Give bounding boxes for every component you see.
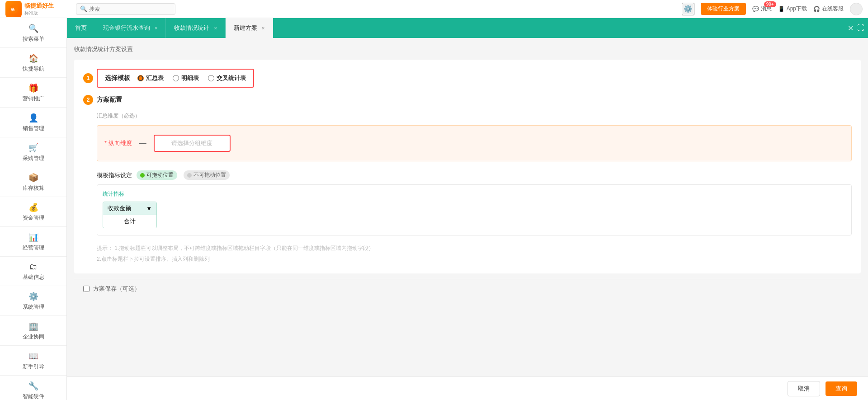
tab-new-plan-close[interactable]: × [262, 25, 264, 31]
arrow-icon: — [139, 139, 146, 147]
tab-cash-flow-label: 现金银行流水查询 [103, 24, 150, 32]
svg-text:畅: 畅 [11, 8, 14, 12]
message-badge: 99+ [764, 1, 776, 7]
metrics-header: 模板指标设定 可拖动位置 不可拖动位置 [97, 170, 852, 180]
chart-icon: 📊 [28, 232, 38, 242]
dimension-selector[interactable]: 请选择分组维度 [154, 135, 231, 152]
config-body: 汇总维度（必选） * 纵向维度 — 请选择分组维度 模板指 [97, 112, 852, 264]
radio-summary-input[interactable] [137, 75, 144, 81]
radio-summary-label: 汇总表 [146, 74, 164, 82]
tab-receipt-stats[interactable]: 收款情况统计 × [166, 18, 225, 38]
radio-summary[interactable]: 汇总表 [137, 74, 164, 82]
step1-num: 1 [83, 73, 93, 83]
sidebar-label-marketing: 营销推广 [23, 95, 44, 103]
tab-home[interactable]: 首页 [67, 18, 95, 38]
radio-detail-label: 明细表 [181, 74, 199, 82]
sidebar: 🔍 搜索菜单 🏠 快捷导航 🎁 营销推广 👤 销售管理 🛒 采购管理 📦 库存核… [0, 18, 67, 400]
search-menu-icon: 🔍 [28, 24, 38, 33]
close-window-icon[interactable]: ✕ [848, 24, 854, 33]
logo-subtitle: 标准版 [24, 10, 54, 16]
sidebar-label-quick: 快捷导航 [23, 65, 44, 73]
sidebar-label-hardware: 智能硬件 [23, 393, 44, 400]
gear-button[interactable]: ⚙️ [682, 3, 694, 15]
hint-1-text: 提示： 1.拖动标题栏可以调整布局，不可跨维度或指标区域拖动栏目字段（只能在同一… [97, 243, 374, 254]
metric-chip-row[interactable]: 收款金额 ▼ [103, 202, 156, 215]
support-label: 在线客服 [822, 5, 844, 13]
sidebar-item-purchase[interactable]: 🛒 采购管理 [0, 137, 66, 167]
message-button[interactable]: 💬 消息 99+ [752, 5, 772, 13]
step1-title-text: 选择模板 [105, 74, 130, 82]
sidebar-item-marketing[interactable]: 🎁 营销推广 [0, 78, 66, 108]
metrics-area: 统计指标 收款金额 ▼ 合计 [97, 184, 852, 235]
tab-home-label: 首页 [75, 24, 87, 32]
support-icon: 🎧 [813, 6, 820, 12]
sidebar-item-hardware[interactable]: 🔧 智能硬件 [0, 376, 66, 400]
maximize-icon[interactable]: ⛶ [857, 24, 864, 32]
logo-title: 畅捷通好生 [24, 2, 54, 10]
tab-cash-flow-close[interactable]: × [155, 25, 157, 31]
top-bar: 畅 畅捷通好生 标准版 🔍 ⚙️ 体验行业方案 💬 消息 99+ 📱 App下载… [0, 0, 868, 18]
support-button[interactable]: 🎧 在线客服 [813, 5, 844, 13]
fixed-label: 不可拖动位置 [193, 171, 226, 179]
try-industry-button[interactable]: 体验行业方案 [701, 3, 746, 15]
message-icon: 💬 [752, 6, 759, 12]
step1-header: 1 选择模板 汇总表 [83, 69, 852, 88]
movable-dot [140, 173, 145, 178]
tab-receipt-stats-label: 收款情况统计 [174, 24, 209, 32]
sidebar-label-guide: 新手引导 [23, 363, 44, 371]
folder-icon: 🗂 [29, 262, 38, 272]
tab-new-plan[interactable]: 新建方案 × [226, 18, 273, 38]
sidebar-item-operations[interactable]: 📊 经营管理 [0, 227, 66, 257]
sidebar-item-basic[interactable]: 🗂 基础信息 [0, 257, 66, 286]
download-button[interactable]: 📱 App下载 [778, 5, 807, 13]
hint-1: 提示： 1.拖动标题栏可以调整布局，不可跨维度或指标区域拖动栏目字段（只能在同一… [97, 243, 852, 254]
top-actions: ⚙️ 体验行业方案 💬 消息 99+ 📱 App下载 🎧 在线客服 [682, 3, 863, 15]
metric-chip-label: 收款金额 [108, 204, 131, 212]
save-label: 方案保存（可选） [93, 285, 140, 293]
dimension-title-text: 汇总维度（必选） [97, 113, 140, 119]
step1-label: 选择模板 汇总表 明细表 [97, 69, 254, 88]
sidebar-item-collab[interactable]: 🏢 企业协同 [0, 316, 66, 346]
sidebar-label-purchase: 采购管理 [23, 155, 44, 162]
dimension-placeholder: 请选择分组维度 [171, 140, 212, 146]
book-icon: 📖 [28, 351, 38, 361]
sidebar-item-sales[interactable]: 👤 销售管理 [0, 108, 66, 137]
total-row: 合计 [103, 215, 156, 228]
cancel-button[interactable]: 取消 [788, 381, 820, 396]
search-input[interactable] [89, 6, 171, 12]
search-box[interactable]: 🔍 [76, 3, 175, 15]
hint-2-text: 2.点击标题栏下拉可设置排序、插入列和删除列 [97, 254, 210, 264]
sidebar-item-inventory[interactable]: 📦 库存核算 [0, 167, 66, 197]
user-avatar[interactable] [850, 3, 863, 15]
bottom-bar: 取消 查询 [67, 376, 868, 400]
movable-chip: 可拖动位置 [137, 170, 177, 180]
avatar-placeholder [850, 3, 863, 15]
sidebar-item-search[interactable]: 🔍 搜索菜单 [0, 18, 66, 48]
sidebar-label-system: 系统管理 [23, 303, 44, 311]
main-layout: 🔍 搜索菜单 🏠 快捷导航 🎁 营销推广 👤 销售管理 🛒 采购管理 📦 库存核… [0, 18, 868, 400]
sidebar-item-quick[interactable]: 🏠 快捷导航 [0, 48, 66, 78]
sidebar-label-operations: 经营管理 [23, 244, 44, 252]
draggable-legend: 可拖动位置 不可拖动位置 [137, 170, 230, 180]
sidebar-item-finance[interactable]: 💰 资金管理 [0, 197, 66, 227]
sidebar-item-guide[interactable]: 📖 新手引导 [0, 346, 66, 376]
radio-cross-input[interactable] [208, 75, 214, 81]
sidebar-item-system[interactable]: ⚙️ 系统管理 [0, 286, 66, 316]
search-icon: 🔍 [80, 5, 87, 12]
radio-cross[interactable]: 交叉统计表 [208, 74, 246, 82]
radio-detail-input[interactable] [173, 75, 179, 81]
query-button[interactable]: 查询 [826, 381, 857, 396]
save-checkbox[interactable] [83, 286, 90, 292]
sidebar-label-inventory: 库存核算 [23, 184, 44, 192]
page-title: 收款情况统计方案设置 [74, 45, 861, 53]
hints-section: 提示： 1.拖动标题栏可以调整布局，不可跨维度或指标区域拖动栏目字段（只能在同一… [97, 243, 852, 264]
cart-icon: 🛒 [28, 143, 38, 153]
download-label: App下载 [787, 5, 807, 13]
radio-detail[interactable]: 明细表 [173, 74, 199, 82]
movable-label: 可拖动位置 [146, 171, 174, 179]
download-icon: 📱 [778, 6, 785, 12]
step2-section: 2 方案配置 汇总维度（必选） * 纵向维度 — 请选择分组维度 [83, 95, 852, 264]
tab-receipt-stats-close[interactable]: × [214, 25, 217, 31]
dimension-section-title: 汇总维度（必选） [97, 112, 852, 120]
tab-cash-flow[interactable]: 现金银行流水查询 × [95, 18, 166, 38]
